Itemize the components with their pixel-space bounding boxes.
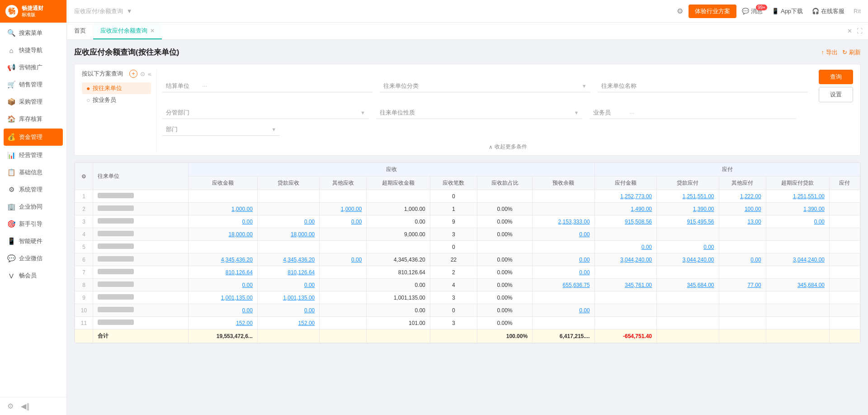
row-pay-other[interactable]: 1,222.00: [719, 190, 766, 203]
row-rec-amount[interactable]: 1,000.00: [189, 203, 258, 215]
row-pay-amount[interactable]: 0.00: [594, 241, 656, 253]
footer-collapse-icon[interactable]: ◀‖: [21, 402, 30, 410]
row-rec-overdue: [367, 190, 430, 203]
tab-query[interactable]: 应收应付余额查询 ✕: [93, 23, 162, 39]
row-rec-advance[interactable]: 0.00: [533, 253, 594, 266]
row-pay-loan[interactable]: 1,251,551.00: [657, 190, 719, 203]
sidebar-item-search[interactable]: 🔍 搜索菜单: [0, 24, 66, 42]
row-rec-amount[interactable]: 4,345,436.20: [189, 253, 258, 266]
row-pay-amount[interactable]: 915,508.56: [594, 215, 656, 228]
row-rec-other[interactable]: 0.00: [320, 253, 367, 266]
settings-query-button[interactable]: 设置: [819, 87, 853, 102]
row-pay-other[interactable]: 0.00: [719, 253, 766, 266]
tab-close-icon[interactable]: ✕: [150, 28, 155, 34]
collapse-bar[interactable]: ∧ 收起更多条件: [162, 140, 853, 152]
online-service[interactable]: 🎧 在线客服: [812, 7, 844, 15]
row-pay-overdue[interactable]: 3,044,240.00: [766, 253, 829, 266]
row-pay-loan[interactable]: 915,495.56: [657, 215, 719, 228]
message-wrap[interactable]: 💬 消息 99+: [742, 7, 763, 15]
export-button[interactable]: ↑ 导出: [821, 48, 838, 57]
sidebar-item-management[interactable]: 📊 经营管理: [0, 147, 66, 164]
sidebar-item-system[interactable]: ⚙ 系统管理: [0, 181, 66, 198]
breadcrumb-dropdown-icon[interactable]: ▼: [127, 8, 132, 14]
row-rec-loan[interactable]: 0.00: [257, 304, 319, 317]
partner-category-arrow[interactable]: ▼: [582, 83, 587, 89]
row-rec-other: [320, 266, 367, 279]
settlement-unit-dots[interactable]: ···: [202, 82, 207, 89]
row-pay-loan[interactable]: 0.00: [657, 241, 719, 253]
sidebar-item-capital[interactable]: 💰 资金管理: [4, 129, 63, 146]
row-pay-other[interactable]: 77.00: [719, 279, 766, 291]
filter-add-icon[interactable]: +: [129, 70, 137, 78]
sidebar-item-basic[interactable]: 📋 基础信息: [0, 164, 66, 181]
row-pay-amount[interactable]: 345,761.00: [594, 279, 656, 291]
row-pay-overdue[interactable]: 1,251,551.00: [766, 190, 829, 203]
row-rec-amount[interactable]: 0.00: [189, 279, 258, 291]
row-pay-overdue: [766, 304, 829, 317]
settings-button[interactable]: ⚙: [677, 7, 683, 15]
row-rec-amount[interactable]: 0.00: [189, 304, 258, 317]
row-rec-amount[interactable]: 152.00: [189, 317, 258, 329]
row-rec-amount[interactable]: 1,001,135.00: [189, 291, 258, 304]
row-rec-advance[interactable]: 2,153,333.00: [533, 215, 594, 228]
sidebar-item-marketing[interactable]: 📢 营销推广: [0, 59, 66, 76]
filter-scheme-salesperson[interactable]: ○ 按业务员: [82, 94, 151, 106]
row-rec-loan[interactable]: 0.00: [257, 279, 319, 291]
row-rec-advance[interactable]: 0.00: [533, 304, 594, 317]
row-rec-amount[interactable]: 810,126.64: [189, 266, 258, 279]
row-rec-loan[interactable]: 810,126.64: [257, 266, 319, 279]
row-pay-other[interactable]: 100.00: [719, 203, 766, 215]
row-pay-overdue[interactable]: 1,390.00: [766, 203, 829, 215]
refresh-button[interactable]: ↻ 刷新: [842, 48, 861, 57]
row-rec-other[interactable]: 0.00: [320, 215, 367, 228]
row-pay-amount[interactable]: 3,044,240.00: [594, 253, 656, 266]
row-pay-loan[interactable]: 3,044,240.00: [657, 253, 719, 266]
field-partner-name[interactable]: 往来单位名称: [598, 80, 808, 92]
row-pay-other: [719, 266, 766, 279]
row-pay-amount[interactable]: 1,490.00: [594, 203, 656, 215]
row-rec-loan[interactable]: 4,345,436.20: [257, 253, 319, 266]
sidebar-item-member[interactable]: V 畅会员: [0, 267, 66, 284]
filter-edit-icon[interactable]: ⊙: [140, 71, 145, 77]
row-pay-loan[interactable]: 345,684.00: [657, 279, 719, 291]
footer-settings-icon[interactable]: ⚙: [7, 402, 14, 410]
row-rec-loan[interactable]: 0.00: [257, 215, 319, 228]
row-pay-amount[interactable]: 1,252,773.00: [594, 190, 656, 203]
row-rec-other[interactable]: 1,000.00: [320, 203, 367, 215]
sidebar-item-quick[interactable]: ⌂ 快捷导航: [0, 42, 66, 59]
row-rec-loan[interactable]: 18,000.00: [257, 228, 319, 241]
row-pay-overdue[interactable]: 0.00: [766, 215, 829, 228]
sidebar-item-inventory[interactable]: 🏠 库存核算: [0, 110, 66, 128]
row-rec-amount[interactable]: 0.00: [189, 215, 258, 228]
filter-scheme-partner[interactable]: ● 按往来单位: [82, 82, 151, 94]
row-rec-advance[interactable]: 655,636.75: [533, 279, 594, 291]
sidebar-item-sales[interactable]: 🛒 销售管理: [0, 76, 66, 93]
row-rec-amount[interactable]: 18,000.00: [189, 228, 258, 241]
footer-pay-amount: -654,751.40: [594, 329, 656, 343]
row-rec-advance[interactable]: 0.00: [533, 266, 594, 279]
sidebar-item-purchase[interactable]: 📦 采购管理: [0, 93, 66, 110]
management-icon: 📊: [7, 151, 15, 159]
tab-home[interactable]: 首页: [67, 23, 93, 39]
query-button[interactable]: 查询: [819, 70, 853, 84]
salesperson-dots[interactable]: ···: [629, 110, 634, 116]
manage-dept-arrow[interactable]: ▼: [360, 110, 365, 115]
app-download[interactable]: 📱 App下载: [772, 7, 803, 15]
dept-arrow[interactable]: ▼: [271, 127, 276, 132]
tab-maximize-icon[interactable]: ⛶: [857, 28, 863, 34]
row-pay-overdue[interactable]: 345,684.00: [766, 279, 829, 291]
promote-button[interactable]: 体验行业方案: [689, 5, 736, 18]
partner-nature-arrow[interactable]: ▼: [574, 110, 579, 115]
row-rec-loan[interactable]: 152.00: [257, 317, 319, 329]
tab-close-all-icon[interactable]: ✕: [847, 28, 852, 34]
row-rec-loan[interactable]: 1,001,135.00: [257, 291, 319, 304]
filter-more-icon[interactable]: «: [148, 71, 151, 77]
sidebar-item-guide[interactable]: 🎯 新手引导: [0, 215, 66, 233]
row-rec-advance[interactable]: 0.00: [533, 228, 594, 241]
sidebar-item-wechat[interactable]: 💬 企业微信: [0, 250, 66, 267]
sidebar-item-hardware[interactable]: 📱 智能硬件: [0, 233, 66, 250]
row-pay-other[interactable]: 13.00: [719, 215, 766, 228]
sidebar-item-enterprise[interactable]: 🏢 企业协同: [0, 198, 66, 215]
row-pay-loan[interactable]: 1,390.00: [657, 203, 719, 215]
table-settings-col[interactable]: ⚙: [75, 163, 93, 190]
